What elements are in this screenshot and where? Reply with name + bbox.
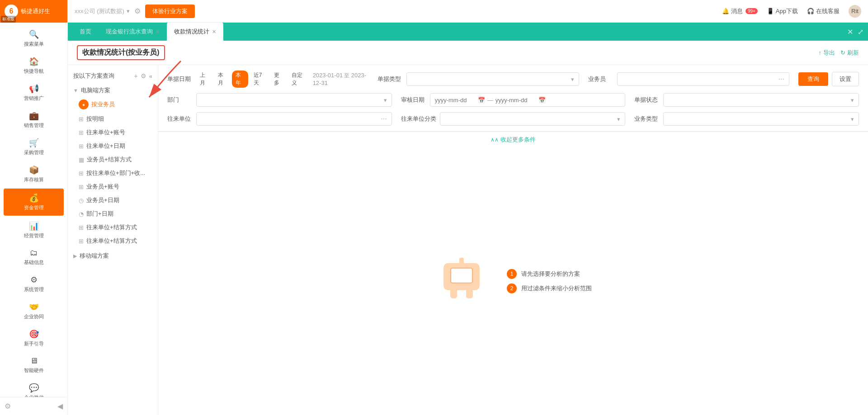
reviewdate-label: 审核日期 — [401, 96, 426, 104]
scheme-settings-btn[interactable]: ⚙ — [141, 72, 146, 80]
trial-btn[interactable]: 体验行业方案 — [145, 5, 195, 18]
scheme-item-by-salesperson[interactable]: ● 按业务员 — [68, 97, 158, 112]
sidebar-item-basic[interactable]: 🗂 基础信息 — [0, 244, 67, 270]
filter-salesperson-item: 业务员 ··· — [588, 72, 789, 86]
user-avatar[interactable]: Rit — [849, 5, 861, 18]
sidebar-item-hardware[interactable]: 🖥 智能硬件 — [0, 352, 67, 378]
date-tab-more[interactable]: 更多 — [270, 71, 287, 88]
sidebar-item-enterprise[interactable]: 🤝 企业协同 — [0, 297, 67, 325]
sidebar-item-marketing[interactable]: 📢 营销推广 — [0, 79, 67, 106]
date-tab-last-month[interactable]: 上月 — [196, 71, 212, 88]
query-btn[interactable]: 查询 — [798, 72, 828, 86]
scheme-item-unit-account[interactable]: ⊞ 往来单位+账号 — [68, 126, 158, 139]
date-tab-custom[interactable]: 自定义 — [288, 71, 308, 88]
scheme-item-unit-payment2[interactable]: ⊞ 往来单位+结算方式 — [68, 234, 158, 248]
scheme-item-by-detail[interactable]: ⊞ 按明细 — [68, 112, 158, 126]
filter-area: 单据日期 上月 本月 本年 近7天 更多 自定义 — [158, 65, 868, 132]
left-panel: 按以下方案查询 + ⚙ « ▼ 电脑端方案 ● 按业务员 — [68, 65, 158, 415]
app-download-btn[interactable]: 📱 App下载 — [767, 7, 798, 15]
doctype-label: 单据类型 — [377, 75, 403, 83]
step-2-num: 2 — [507, 283, 517, 293]
sidebar-collapse-btn[interactable]: ◀ — [57, 402, 63, 410]
sidebar-item-system[interactable]: ⚙ 系统管理 — [0, 270, 67, 297]
empty-step-2: 2 用过滤条件来缩小分析范围 — [507, 283, 592, 293]
scheme-item-unit-payment1[interactable]: ⊞ 往来单位+结算方式 — [68, 221, 158, 234]
sidebar-item-finance[interactable]: 💰 资金管理 — [4, 189, 64, 216]
marketing-icon: 📢 — [29, 84, 39, 94]
export-btn[interactable]: ↑ 导出 — [819, 49, 835, 57]
scheme-item-label: 按业务员 — [91, 100, 115, 108]
scheme-item-label: 按往来单位+部门+收... — [86, 169, 145, 177]
scheme-item-salesperson-date[interactable]: ◷ 业务员+日期 — [68, 193, 158, 207]
scheme-clock-icon: ◷ — [79, 197, 84, 204]
salesperson-more-btn[interactable]: ··· — [778, 75, 784, 83]
scheme-item-salesperson-account[interactable]: ⊞ 业务员+账号 — [68, 180, 158, 193]
salesperson-dropdown[interactable]: ··· — [617, 72, 789, 86]
inventory-icon: 📦 — [29, 165, 39, 175]
scheme-unit-payment2-icon: ⊞ — [79, 238, 84, 245]
sidebar-nav: 🔍 搜索菜单 🏠 快捷导航 📢 营销推广 💼 销售管理 🛒 采购管理 📦 库存核… — [0, 23, 67, 397]
settings-icon[interactable]: ⚙ — [134, 7, 141, 15]
review-to-input[interactable] — [495, 97, 536, 104]
counterpart-category-dropdown[interactable]: ▾ — [440, 112, 626, 126]
empty-steps: 1 请先选择要分析的方案 2 用过滤条件来缩小分析范围 — [507, 269, 592, 293]
doctype-arrow: ▾ — [571, 76, 574, 83]
doctype-dropdown[interactable]: ▾ — [406, 72, 579, 86]
counterpart-more-btn[interactable]: ··· — [381, 115, 387, 123]
service-icon: 🎧 — [807, 8, 814, 14]
scheme-item-label: 往来单位+结算方式 — [86, 237, 137, 245]
scheme-item-unit-date[interactable]: ⊞ 往来单位+日期 — [68, 139, 158, 153]
sidebar-settings-btn[interactable]: ⚙ — [5, 402, 11, 410]
collapse-scheme-btn[interactable]: « — [149, 73, 152, 80]
sidebar-item-wechat[interactable]: 💬 企业微信 — [0, 378, 67, 397]
biztype-dropdown[interactable]: ▾ — [663, 112, 859, 126]
content-area: 收款情况统计(按业务员) ↑ 导出 ↻ 刷新 按以下方案查询 + — [68, 41, 868, 415]
date-range-display: 2023-01-01 至 2023-12-31 — [313, 72, 369, 86]
dept-dropdown[interactable]: ▾ — [196, 93, 392, 107]
scheme-unit-account-icon: ⊞ — [79, 129, 84, 136]
scheme-item-unit-dept-receive[interactable]: ⊞ 按往来单位+部门+收... — [68, 166, 158, 180]
filter-scheme-header: 按以下方案查询 + ⚙ « — [68, 70, 158, 82]
scheme-item-salesperson-payment[interactable]: ▦ 业务员+结算方式 — [68, 153, 158, 166]
review-to-calendar-icon: 📅 — [538, 97, 546, 104]
collapse-bar[interactable]: ∧∧ 收起更多条件 — [158, 132, 868, 147]
tab-bank-flow-close[interactable]: ✕ — [156, 29, 160, 35]
guide-icon: 🎯 — [29, 329, 39, 339]
counterpart-category-arrow: ▾ — [617, 116, 620, 123]
mobile-group-label: 移动端方案 — [80, 252, 109, 260]
tab-home[interactable]: 首页 — [72, 23, 99, 41]
sidebar-item-purchase[interactable]: 🛒 采购管理 — [0, 133, 67, 160]
notification-btn[interactable]: 🔔 消息 99+ — [722, 7, 758, 15]
tab-receivables[interactable]: 收款情况统计 ✕ — [167, 23, 223, 41]
sidebar-item-search[interactable]: 🔍 搜索菜单 — [0, 25, 67, 52]
sidebar-item-quicknav[interactable]: 🏠 快捷导航 — [0, 52, 67, 79]
sidebar-item-inventory[interactable]: 📦 库存核算 — [0, 160, 67, 188]
date-tab-this-month[interactable]: 本月 — [214, 71, 231, 88]
breadcrumb-arrow[interactable]: ▾ — [127, 8, 130, 14]
scheme-group-mobile-header[interactable]: ▶ 移动端方案 — [68, 250, 158, 262]
settings-btn[interactable]: 设置 — [832, 72, 859, 86]
filter-biztype-item: 业务类型 ▾ — [634, 112, 859, 126]
scheme-group-mobile: ▶ 移动端方案 — [68, 250, 158, 262]
tab-bank-flow[interactable]: 现金银行流水查询 ✕ — [99, 23, 167, 41]
date-tab-this-year[interactable]: 本年 — [232, 71, 248, 88]
tab-expand-btn[interactable]: ⤢ — [858, 28, 863, 36]
date-tab-7days[interactable]: 近7天 — [250, 71, 269, 88]
sidebar-item-guide[interactable]: 🎯 新手引导 — [0, 325, 67, 352]
panel-container: 按以下方案查询 + ⚙ « ▼ 电脑端方案 ● 按业务员 — [68, 65, 868, 415]
review-from-input[interactable] — [435, 97, 476, 104]
scheme-item-dept-date[interactable]: ◔ 部门+日期 — [68, 207, 158, 221]
scheme-group-desktop-header[interactable]: ▼ 电脑端方案 — [68, 84, 158, 97]
topbar-right: 🔔 消息 99+ 📱 App下载 🎧 在线客服 Rit — [722, 5, 861, 18]
tab-receivables-close[interactable]: ✕ — [212, 29, 216, 35]
sidebar-item-operation[interactable]: 📊 经营管理 — [0, 217, 67, 244]
counterpart-dropdown[interactable]: ··· — [196, 112, 392, 126]
docstatus-dropdown[interactable]: ▾ — [663, 93, 859, 107]
add-scheme-btn[interactable]: + — [134, 72, 138, 80]
online-service-btn[interactable]: 🎧 在线客服 — [807, 7, 840, 15]
hardware-icon: 🖥 — [30, 356, 38, 366]
sidebar-item-sales[interactable]: 💼 销售管理 — [0, 106, 67, 133]
operation-icon: 📊 — [29, 221, 39, 231]
refresh-btn[interactable]: ↻ 刷新 — [840, 49, 859, 57]
tab-close-all-btn[interactable]: ✕ — [847, 28, 853, 36]
